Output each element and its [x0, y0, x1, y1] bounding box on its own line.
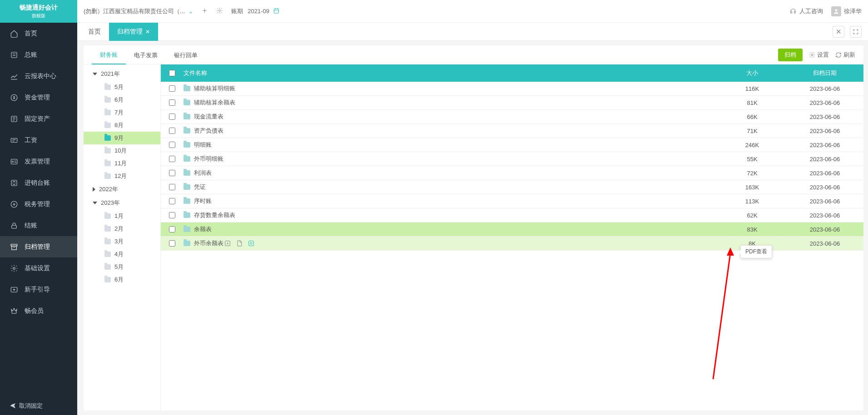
folder-icon	[104, 97, 111, 103]
nav-purchase[interactable]: 进销台账	[0, 172, 77, 193]
nav-reports[interactable]: 云报表中心	[0, 65, 77, 87]
table-row[interactable]: 利润表72K2023-06-06	[161, 166, 863, 180]
gear-icon	[10, 264, 18, 272]
table-row[interactable]: 存货数量余额表62K2023-06-06	[161, 208, 863, 222]
table-row[interactable]: 序时账113K2023-06-06	[161, 194, 863, 208]
file-date: 2023-06-06	[786, 128, 863, 134]
nav-archive[interactable]: 归档管理	[0, 236, 77, 257]
row-checkbox[interactable]	[169, 114, 180, 120]
file-name: 现金流量表	[194, 113, 223, 121]
table-row[interactable]: 辅助核算明细账116K2023-06-06	[161, 82, 863, 96]
tree-month[interactable]: 5月	[84, 261, 160, 273]
svg-rect-32	[249, 241, 254, 246]
nav-assets[interactable]: 固定资产	[0, 108, 77, 129]
tree-month[interactable]: 3月	[84, 235, 160, 248]
archive-button[interactable]: 归档	[778, 49, 803, 61]
row-checkbox[interactable]	[169, 99, 180, 106]
row-checkbox[interactable]	[169, 198, 180, 204]
pdf-icon[interactable]	[235, 239, 243, 247]
nav-settings[interactable]: 基础设置	[0, 257, 77, 279]
svg-rect-17	[12, 246, 17, 249]
table-row[interactable]: 辅助核算余额表81K2023-06-06	[161, 96, 863, 110]
tree-year-2023[interactable]: 2023年	[84, 196, 160, 210]
table-row[interactable]: 凭证163K2023-06-06	[161, 180, 863, 194]
table-row[interactable]: 明细账246K2023-06-06	[161, 138, 863, 152]
row-checkbox[interactable]	[169, 226, 180, 232]
nav-funds[interactable]: 资金管理	[0, 87, 77, 108]
folder-icon	[104, 135, 111, 141]
tree-month[interactable]: 1月	[84, 210, 160, 222]
row-checkbox[interactable]	[169, 85, 180, 92]
tree-month[interactable]: 8月	[84, 119, 160, 132]
unpin-button[interactable]: ⮜取消固定	[0, 397, 77, 415]
user-menu[interactable]: 徐泽华	[831, 6, 862, 16]
calendar-icon[interactable]	[273, 7, 280, 15]
tree-month[interactable]: 6月	[84, 273, 160, 286]
settings-button[interactable]: 设置	[809, 51, 829, 59]
tree-year-2022[interactable]: 2022年	[84, 183, 160, 196]
nav-ledger[interactable]: 总账	[0, 44, 77, 65]
tree-month[interactable]: 4月	[84, 248, 160, 261]
file-date: 2023-06-06	[786, 184, 863, 191]
table-row[interactable]: 外币明细账55K2023-06-06	[161, 152, 863, 166]
pdf-view-tooltip: PDF查看	[740, 245, 772, 258]
file-size: 81K	[718, 99, 786, 106]
company-selector[interactable]: (勿删）江西服宝精品有限责任公司（...⌄	[84, 7, 193, 15]
tree-month[interactable]: 11月	[84, 157, 160, 170]
refresh-button[interactable]: 刷新	[835, 51, 855, 59]
row-checkbox[interactable]	[169, 142, 180, 148]
settings-icon[interactable]	[216, 7, 223, 15]
add-button[interactable]	[201, 7, 208, 15]
invoice-icon	[10, 158, 18, 166]
nav-guide[interactable]: 新手引导	[0, 279, 77, 300]
table-row[interactable]: 资产负债表71K2023-06-06	[161, 124, 863, 138]
tree-year-2021[interactable]: 2021年	[84, 67, 160, 81]
purchase-icon	[10, 179, 18, 187]
tree-month[interactable]: 10月	[84, 144, 160, 157]
nav-invoice[interactable]: 发票管理	[0, 151, 77, 172]
row-checkbox[interactable]	[169, 184, 180, 190]
nav-home[interactable]: 首页	[0, 23, 77, 44]
nav-salary[interactable]: 工资	[0, 129, 77, 151]
folder-icon	[104, 226, 111, 232]
row-checkbox[interactable]	[169, 212, 180, 218]
row-checkbox[interactable]	[169, 156, 180, 162]
table-row[interactable]: 余额表83K2023-06-06	[161, 222, 863, 237]
row-checkbox[interactable]	[169, 128, 180, 134]
fullscreen-button[interactable]	[850, 26, 862, 38]
subtab-einvoice[interactable]: 电子发票	[126, 47, 166, 64]
col-size: 大小	[718, 69, 786, 77]
row-checkbox[interactable]	[169, 240, 180, 247]
tree-month-selected[interactable]: 9月	[84, 132, 160, 144]
file-date: 2023-06-06	[786, 85, 863, 92]
download-icon[interactable]	[223, 239, 232, 247]
consult-button[interactable]: 人工咨询	[789, 7, 823, 15]
ledger-icon	[10, 51, 18, 59]
subtab-bank[interactable]: 银行回单	[166, 47, 206, 64]
tab-home[interactable]: 首页	[77, 23, 109, 41]
table-row[interactable]: 现金流量表66K2023-06-06	[161, 110, 863, 124]
row-checkbox[interactable]	[169, 170, 180, 176]
file-date: 2023-06-06	[786, 142, 863, 148]
tab-archive[interactable]: 归档管理✕	[109, 23, 158, 41]
tree-month[interactable]: 6月	[84, 94, 160, 106]
file-date: 2023-06-06	[786, 240, 863, 247]
close-icon[interactable]: ✕	[145, 29, 150, 35]
nav-member[interactable]: 畅会员	[0, 300, 77, 321]
period-value[interactable]: 2021-09	[248, 8, 269, 15]
subtab-finance[interactable]: 财务账	[92, 46, 126, 64]
select-all-checkbox[interactable]	[169, 70, 180, 76]
close-all-button[interactable]: ✕	[833, 26, 844, 38]
pdf-view-icon[interactable]	[247, 239, 255, 247]
nav-tax[interactable]: 税务管理	[0, 193, 77, 215]
tree-month[interactable]: 5月	[84, 81, 160, 94]
tax-icon	[10, 200, 18, 208]
folder-icon	[104, 264, 111, 270]
nav-close[interactable]: 结账	[0, 215, 77, 236]
chevron-right-icon	[93, 187, 95, 192]
file-date: 2023-06-06	[786, 156, 863, 163]
chart-icon	[10, 72, 18, 80]
tree-month[interactable]: 12月	[84, 170, 160, 183]
tree-month[interactable]: 7月	[84, 106, 160, 119]
tree-month[interactable]: 2月	[84, 222, 160, 235]
